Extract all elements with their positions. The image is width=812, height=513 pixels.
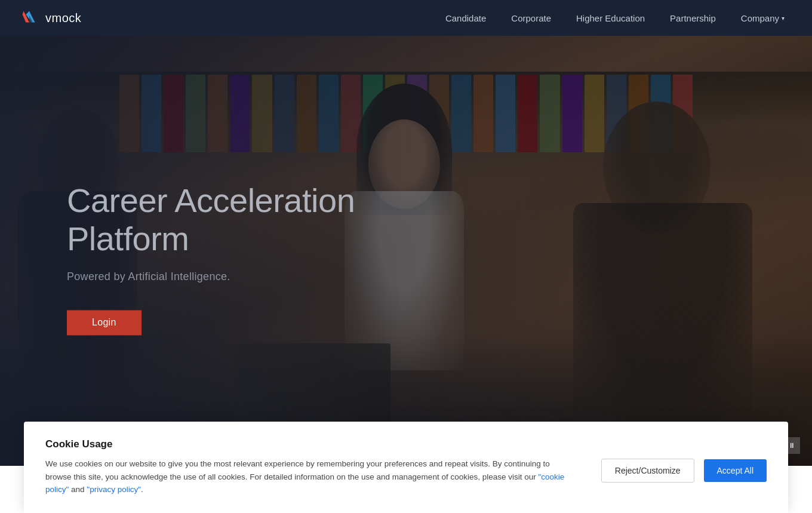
hero-title: Career Acceleration Platform [67,182,418,259]
logo-text: vmock [45,11,81,25]
hero-subtitle: Powered by Artificial Intelligence. [67,271,418,283]
nav-higher-education[interactable]: Higher Education [567,8,654,28]
nav-company-label: Company [741,13,779,23]
cookie-body-text: We use cookies on our website to give yo… [45,457,577,496]
cookie-title: Cookie Usage [45,438,577,450]
cookie-content: Cookie Usage We use cookies on our websi… [45,438,577,496]
login-button[interactable]: Login [67,310,142,335]
nav-corporate[interactable]: Corporate [502,8,561,28]
accept-all-button[interactable]: Accept All [704,459,767,482]
hero-content: Career Acceleration Platform Powered by … [0,182,418,335]
logo-container[interactable]: vmock [18,7,81,29]
nav-company[interactable]: Company ▾ [731,8,794,28]
nav-partnership[interactable]: Partnership [660,8,725,28]
hero-section: Career Acceleration Platform Powered by … [0,36,812,466]
vmock-logo-icon [18,7,41,29]
privacy-policy-link[interactable]: "privacy policy" [87,485,141,494]
cookie-actions: Reject/Customize Accept All [601,459,767,483]
nav-candidate[interactable]: Candidate [436,8,496,28]
chevron-down-icon: ▾ [782,15,785,21]
nav-links: Candidate Corporate Higher Education Par… [436,8,794,28]
reject-customize-button[interactable]: Reject/Customize [601,459,694,483]
navbar: vmock Candidate Corporate Higher Educati… [0,0,812,36]
cookie-banner: Cookie Usage We use cookies on our websi… [24,422,788,513]
